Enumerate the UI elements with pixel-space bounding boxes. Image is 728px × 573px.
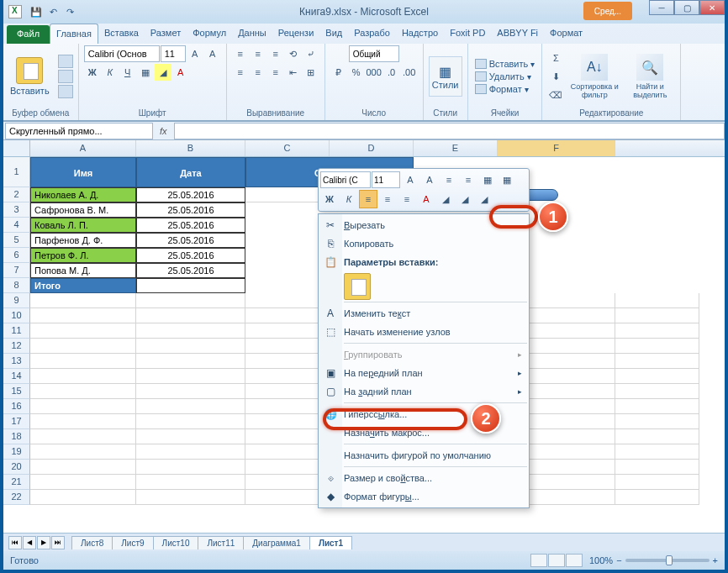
- cell[interactable]: Сафронова В. М.: [30, 202, 136, 218]
- cell[interactable]: [615, 369, 699, 384]
- tab-insert[interactable]: Вставка: [98, 24, 145, 44]
- col-header-d[interactable]: D: [330, 140, 414, 156]
- font-color-button[interactable]: A: [172, 64, 189, 81]
- cell[interactable]: [136, 475, 245, 490]
- mini-shrink-font-icon[interactable]: A: [420, 171, 439, 189]
- cell[interactable]: [30, 339, 136, 354]
- font-size-select[interactable]: [161, 45, 186, 62]
- header-cell[interactable]: Имя: [30, 157, 136, 187]
- undo-icon[interactable]: ↶: [45, 4, 61, 19]
- row-header[interactable]: 11: [3, 323, 30, 339]
- minimize-button[interactable]: ─: [649, 0, 674, 15]
- cell[interactable]: [245, 369, 330, 384]
- maximize-button[interactable]: ▢: [674, 0, 699, 15]
- mini-style-icon[interactable]: ▦: [498, 171, 516, 189]
- cell[interactable]: [136, 460, 245, 475]
- cell[interactable]: [136, 354, 245, 369]
- zoom-level[interactable]: 100%: [589, 555, 613, 565]
- cell[interactable]: [245, 339, 330, 354]
- mini-italic-button[interactable]: К: [340, 190, 358, 208]
- grow-font-icon[interactable]: A: [187, 45, 203, 62]
- cell[interactable]: [30, 475, 136, 490]
- tab-review[interactable]: Рецензи: [272, 24, 320, 44]
- insert-cells-button[interactable]: Вставить ▾: [473, 58, 537, 70]
- mini-align-icon[interactable]: ≡: [459, 171, 477, 189]
- cell[interactable]: [615, 414, 699, 429]
- tab-foxit[interactable]: Foxit PD: [444, 24, 491, 44]
- percent-icon[interactable]: %: [348, 64, 365, 81]
- italic-button[interactable]: К: [102, 64, 119, 81]
- cell[interactable]: Попова М. Д.: [30, 263, 136, 278]
- row-header[interactable]: 7: [3, 263, 30, 278]
- cell[interactable]: Петров Ф. Л.: [30, 248, 136, 263]
- cut-icon[interactable]: [58, 55, 73, 68]
- cell[interactable]: [136, 444, 245, 460]
- cell[interactable]: [30, 414, 136, 429]
- shrink-font-icon[interactable]: A: [204, 45, 221, 62]
- menu-bring-front[interactable]: ▣На передний план▸: [319, 364, 529, 382]
- row-header[interactable]: 2: [3, 187, 30, 202]
- cell[interactable]: 25.05.2016: [136, 202, 245, 218]
- mini-bold-button[interactable]: Ж: [320, 190, 339, 208]
- tab-formulas[interactable]: Формул: [187, 24, 232, 44]
- mini-fill-icon[interactable]: ◢: [436, 190, 455, 208]
- row-header[interactable]: 8: [3, 278, 30, 293]
- delete-cells-button[interactable]: Удалить ▾: [473, 71, 537, 82]
- col-header-a[interactable]: A: [30, 140, 136, 156]
- sheet-tab[interactable]: Лист1: [309, 536, 352, 549]
- align-middle-icon[interactable]: ≡: [250, 45, 266, 62]
- menu-copy[interactable]: ⎘Копировать: [319, 234, 529, 253]
- tab-developer[interactable]: Разрабо: [348, 24, 396, 44]
- mini-size-select[interactable]: [372, 171, 400, 188]
- mini-effects-icon[interactable]: ◢: [475, 190, 493, 208]
- align-bottom-icon[interactable]: ≡: [267, 45, 284, 62]
- cell[interactable]: [245, 475, 330, 490]
- mini-outline-icon[interactable]: ◢: [456, 190, 474, 208]
- cell[interactable]: [30, 429, 136, 444]
- cell[interactable]: 25.05.2016: [136, 233, 245, 248]
- comma-icon[interactable]: 000: [366, 64, 382, 81]
- format-cells-button[interactable]: Формат ▾: [473, 83, 537, 95]
- autosum-icon[interactable]: Σ: [547, 50, 564, 66]
- cell[interactable]: [245, 444, 330, 460]
- tab-format[interactable]: Формат: [544, 24, 588, 44]
- tab-nav-first[interactable]: ⏮: [8, 536, 22, 549]
- header-cell[interactable]: Дата: [136, 157, 245, 187]
- cell[interactable]: 25.05.2016: [136, 187, 245, 202]
- row-header[interactable]: 12: [3, 339, 30, 354]
- row-header[interactable]: 17: [3, 414, 30, 429]
- row-header[interactable]: 16: [3, 399, 30, 414]
- cell[interactable]: [615, 460, 699, 475]
- col-header-f[interactable]: F: [498, 140, 615, 156]
- cell[interactable]: [245, 293, 330, 308]
- mini-align-icon[interactable]: ≡: [398, 190, 416, 208]
- cell[interactable]: [30, 384, 136, 399]
- cell[interactable]: [30, 490, 136, 505]
- font-name-select[interactable]: [84, 45, 160, 62]
- copy-icon[interactable]: [58, 70, 73, 83]
- sheet-tab[interactable]: Лист8: [71, 536, 113, 549]
- mini-font-select[interactable]: [320, 171, 371, 188]
- fill-icon[interactable]: ⬇: [547, 68, 564, 85]
- row-header[interactable]: 22: [3, 490, 30, 505]
- menu-set-default[interactable]: Назначить фигурой по умолчанию: [319, 446, 529, 465]
- close-button[interactable]: ✕: [699, 0, 725, 15]
- cell[interactable]: [245, 460, 330, 475]
- tab-layout[interactable]: Размет: [145, 24, 187, 44]
- cell[interactable]: [136, 278, 245, 293]
- cell[interactable]: [136, 399, 245, 414]
- merge-icon[interactable]: ⊞: [303, 64, 319, 81]
- row-header[interactable]: 1: [3, 157, 30, 187]
- cell[interactable]: [615, 384, 699, 399]
- mini-align-icon[interactable]: ≡: [440, 171, 458, 189]
- cell[interactable]: [30, 308, 136, 323]
- row-header[interactable]: 13: [3, 354, 30, 369]
- tab-abbyy[interactable]: ABBYY Fi: [491, 24, 544, 44]
- cell[interactable]: [245, 354, 330, 369]
- cell[interactable]: [30, 460, 136, 475]
- underline-button[interactable]: Ч: [119, 64, 136, 81]
- zoom-in-button[interactable]: +: [713, 555, 718, 565]
- menu-send-back[interactable]: ▢На задний план▸: [319, 382, 529, 401]
- cell[interactable]: [245, 384, 330, 399]
- zoom-slider[interactable]: [625, 559, 710, 562]
